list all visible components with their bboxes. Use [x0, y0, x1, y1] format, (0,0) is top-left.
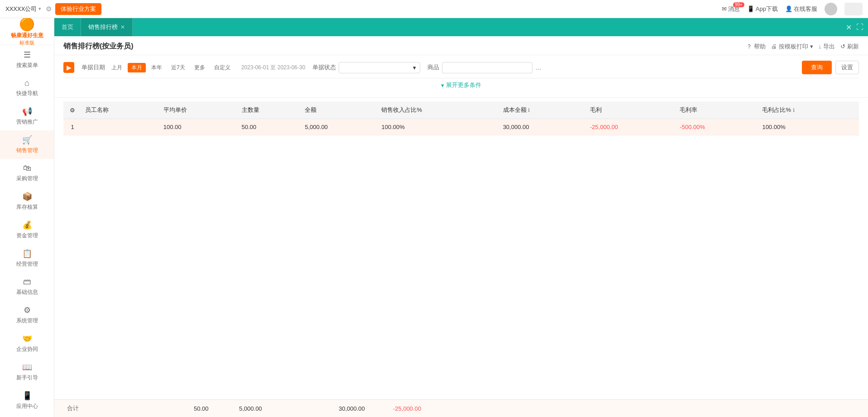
- cell-avg-price: 100.00: [160, 119, 238, 135]
- table-header: ⚙ 员工名称 平均单价 主数量 全额 销售收入占比% 成本全额 ℹ: [63, 101, 859, 119]
- tab-sales-ranking[interactable]: 销售排行榜 ✕: [81, 18, 133, 36]
- date-tab-year[interactable]: 本年: [148, 63, 166, 72]
- table-row: 1 100.00 50.00 5,000.00 100.00% 30,000.0…: [63, 119, 859, 135]
- col-amount: 全额: [301, 101, 378, 119]
- col-gross: 毛利: [586, 101, 676, 119]
- footer-cost: 30,000.00: [339, 405, 393, 412]
- status-select[interactable]: ▾: [339, 62, 420, 73]
- col-gross-pct-label: 毛利占比%: [762, 106, 791, 113]
- sidebar-item-collab[interactable]: 🤝 企业协同: [0, 329, 54, 358]
- goods-filter-label: 商品: [427, 63, 439, 72]
- avatar[interactable]: [825, 3, 837, 15]
- tab-bar: 首页 销售排行榜 ✕ ✕ ⛶: [54, 18, 868, 36]
- date-tab-cur[interactable]: 本月: [128, 63, 146, 72]
- print-icon: 🖨: [771, 43, 777, 50]
- user-name-area: [844, 3, 863, 15]
- top-bar-right: ✉ 消息 99+ 📱 App下载 👤 在线客服: [722, 3, 863, 15]
- service-label: 在线客服: [794, 5, 817, 13]
- expand-more-label: 展开更多条件: [446, 81, 481, 89]
- query-button[interactable]: 查询: [802, 61, 832, 74]
- content-area: 首页 销售排行榜 ✕ ✕ ⛶ 销售排行榜(按业务员) ？: [54, 18, 868, 417]
- sidebar-label-search: 搜索菜单: [16, 62, 38, 69]
- filter-collapse-button[interactable]: ▶: [63, 62, 74, 73]
- settings-button[interactable]: 设置: [835, 61, 859, 74]
- inventory-icon: 📦: [22, 192, 32, 201]
- print-button[interactable]: 🖨 按模板打印 ▾: [771, 43, 813, 51]
- cell-gross: -25,000.00: [586, 119, 676, 135]
- col-main-qty: 主数量: [238, 101, 302, 119]
- sidebar-label-marketing: 营销推广: [16, 118, 38, 126]
- gross-pct-info-icon[interactable]: ℹ: [793, 107, 795, 113]
- logo-main-text: 畅康通好生意: [11, 32, 43, 39]
- col-sales-pct: 销售收入占比%: [378, 101, 499, 119]
- date-tab-7days[interactable]: 近7天: [168, 63, 189, 72]
- sidebar-item-finance[interactable]: 💰 资金管理: [0, 216, 54, 244]
- sidebar-item-purchase[interactable]: 🛍 采购管理: [0, 159, 54, 187]
- page-title: 销售排行榜(按业务员): [63, 42, 134, 51]
- footer-gross: -25,000.00: [393, 405, 447, 412]
- footer-sales-pct-spacer: [293, 405, 339, 412]
- goods-more-icon[interactable]: ...: [535, 63, 541, 72]
- refresh-button[interactable]: ↺ 刷新: [840, 43, 859, 51]
- sidebar-item-wechat[interactable]: 💬 企业微信: [0, 415, 54, 417]
- sidebar-item-operations[interactable]: 📋 经营管理: [0, 244, 54, 273]
- sales-icon: 🛒: [22, 135, 32, 145]
- col-cost: 成本全额 ℹ: [499, 101, 586, 119]
- app-download-button[interactable]: 📱 App下载: [747, 5, 778, 13]
- sidebar-label-guide: 新手引导: [16, 374, 38, 382]
- col-name: 员工名称: [82, 101, 160, 119]
- tab-minimize-icon[interactable]: ✕: [846, 23, 852, 32]
- cell-gross-rate: -500.00%: [676, 119, 758, 135]
- system-icon: ⚙: [24, 305, 31, 315]
- status-filter-label: 单据状态: [312, 63, 336, 72]
- basic-icon: 🗃: [23, 277, 31, 287]
- sidebar-item-search[interactable]: ☰ 搜索菜单: [0, 45, 54, 74]
- sidebar-item-marketing[interactable]: 📢 营销推广: [0, 102, 54, 130]
- sidebar-label-sales: 销售管理: [16, 147, 38, 154]
- sidebar-item-apps[interactable]: 📱 应用中心: [0, 386, 54, 415]
- sidebar-item-sales[interactable]: 🛒 销售管理: [0, 130, 54, 159]
- sidebar-label-inventory: 库存核算: [16, 203, 38, 211]
- settings-icon[interactable]: ⚙: [46, 5, 52, 13]
- app-label: App下载: [756, 5, 778, 13]
- sidebar-logo: 🟠 畅康通好生意 标准版: [0, 18, 54, 45]
- col-avg-price: 平均单价: [160, 101, 238, 119]
- message-button[interactable]: ✉ 消息 99+: [722, 5, 740, 13]
- sidebar-item-guide[interactable]: 📖 新手引导: [0, 358, 54, 386]
- sidebar: 🟠 畅康通好生意 标准版 ☰ 搜索菜单 ⌂ 快捷导航 📢 营销推广 🛒 销售管理…: [0, 18, 54, 417]
- export-button[interactable]: ↓ 导出: [819, 43, 835, 51]
- filter-row: ▶ 单据日期 上月 本月 本年 近7天 更多 自定义: [63, 61, 859, 74]
- guide-icon: 📖: [22, 362, 32, 372]
- tab-maximize-icon[interactable]: ⛶: [856, 23, 863, 31]
- cost-info-icon[interactable]: ℹ: [528, 107, 530, 113]
- date-tab-prev[interactable]: 上月: [108, 63, 126, 72]
- logo-icon: 🟠: [19, 18, 35, 32]
- table-body: 1 100.00 50.00 5,000.00 100.00% 30,000.0…: [63, 119, 859, 135]
- online-service-button[interactable]: 👤 在线客服: [785, 5, 817, 13]
- print-label: 按模板打印: [779, 43, 808, 51]
- footer-label: 合计: [67, 404, 112, 412]
- sidebar-item-system[interactable]: ⚙ 系统管理: [0, 301, 54, 329]
- expand-more-button[interactable]: ▾ 展开更多条件: [63, 78, 859, 92]
- sidebar-item-quick[interactable]: ⌂ 快捷导航: [0, 74, 54, 102]
- col-settings[interactable]: ⚙: [63, 101, 82, 119]
- print-chevron-icon: ▾: [810, 43, 813, 50]
- trial-button[interactable]: 体验行业方案: [55, 3, 101, 15]
- operations-icon: 📋: [22, 249, 32, 259]
- company-selector[interactable]: XXXXX公司 ▾: [5, 5, 41, 13]
- sidebar-item-inventory[interactable]: 📦 库存核算: [0, 187, 54, 216]
- date-tab-more[interactable]: 更多: [191, 63, 209, 72]
- tab-close-icon[interactable]: ✕: [120, 24, 125, 30]
- column-settings-icon: ⚙: [70, 107, 75, 114]
- refresh-label: 刷新: [847, 43, 859, 51]
- sidebar-item-basic[interactable]: 🗃 基础信息: [0, 273, 54, 301]
- cell-rank: 1: [63, 119, 82, 135]
- filter-goods-item: 商品 ...: [427, 62, 541, 73]
- message-badge: 99+: [733, 2, 744, 7]
- date-tabs: 上月 本月 本年 近7天 更多 自定义: [108, 63, 234, 72]
- message-icon: ✉: [722, 5, 727, 12]
- tab-home[interactable]: 首页: [54, 18, 81, 36]
- goods-input[interactable]: [442, 62, 532, 73]
- date-tab-custom[interactable]: 自定义: [211, 63, 234, 72]
- help-button[interactable]: ？ 帮助: [746, 43, 766, 51]
